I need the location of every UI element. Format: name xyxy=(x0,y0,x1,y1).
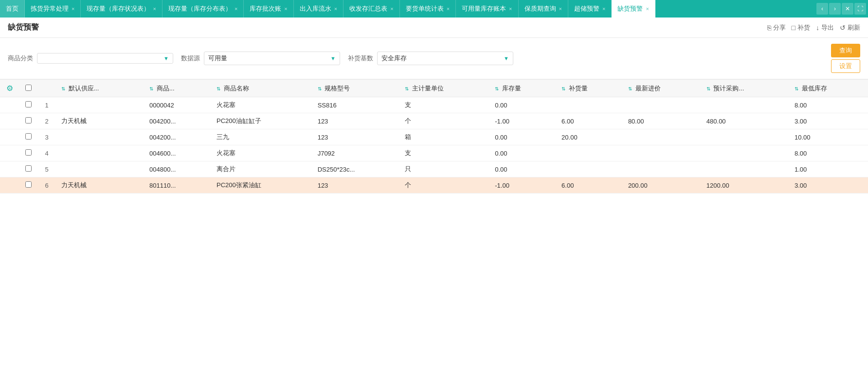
table-row: 5 004800... 离合片 DS250*23c... 只 0.00 1.00 xyxy=(0,161,868,177)
table-body: 1 0000042 火花塞 SS816 支 0.00 8.00 2 力天机械 0… xyxy=(0,97,868,194)
col-stock-label: 库存量 xyxy=(502,85,521,92)
tab-inventory-status-close[interactable]: × xyxy=(153,6,156,12)
replenish-basis-select[interactable]: 安全库存 ▼ xyxy=(377,52,513,65)
col-code-header[interactable]: ⇅ 商品... xyxy=(145,80,212,97)
tab-home[interactable]: 首页 xyxy=(0,0,25,18)
tab-inventory-status[interactable]: 现存量（库存状况表） × xyxy=(81,0,162,18)
tab-scroll-left[interactable]: ‹ xyxy=(816,3,828,15)
row-min-stock-2: 10.00 xyxy=(790,129,868,145)
replenish-button[interactable]: □ 补货 xyxy=(792,23,810,32)
row-select-checkbox-5[interactable] xyxy=(25,181,32,188)
tab-expiry-close[interactable]: × xyxy=(559,6,562,12)
tab-overstock-close[interactable]: × xyxy=(602,6,605,12)
tab-shortage-close[interactable]: × xyxy=(646,6,649,12)
share-button[interactable]: ⎘ 分享 xyxy=(767,23,786,32)
filter-actions: 查询 设置 xyxy=(831,44,860,73)
row-select-checkbox-4[interactable] xyxy=(25,165,32,172)
row-replenish-1: 6.00 xyxy=(557,113,623,129)
settings-gear-icon[interactable]: ⚙ xyxy=(6,84,13,92)
row-checkbox-2 xyxy=(19,129,37,145)
tab-expand[interactable]: ⛶ xyxy=(854,3,866,15)
col-min-stock-header[interactable]: ⇅ 最低库存 xyxy=(790,80,868,97)
row-index-2: 3 xyxy=(37,129,56,145)
col-name-header[interactable]: ⇅ 商品名称 xyxy=(212,80,313,97)
col-stock-header[interactable]: ⇅ 库存量 xyxy=(490,80,557,97)
tab-batch-close[interactable]: × xyxy=(284,6,287,12)
row-supplier-3 xyxy=(56,145,145,161)
settings-button[interactable]: 设置 xyxy=(831,59,860,73)
tab-inventory-status-label: 现存量（库存状况表） xyxy=(87,4,150,13)
col-spec-header[interactable]: ⇅ 规格型号 xyxy=(313,80,400,97)
row-replenish-2: 20.00 xyxy=(557,129,623,145)
sort-min-stock-icon: ⇅ xyxy=(795,86,798,91)
tab-overstock-label: 超储预警 xyxy=(574,4,599,13)
col-spec-label: 规格型号 xyxy=(325,85,350,92)
row-replenish-5: 6.00 xyxy=(557,177,623,194)
row-latest-price-1: 80.00 xyxy=(623,113,702,129)
category-select[interactable]: ▼ xyxy=(37,53,173,64)
replenish-basis-label: 补货基数 xyxy=(348,54,373,63)
export-button[interactable]: ↓ 导出 xyxy=(816,23,834,32)
table-row: 4 004600... 火花塞 J7092 支 0.00 8.00 xyxy=(0,145,868,161)
tab-abnormal[interactable]: 拣货异常处理 × xyxy=(25,0,81,18)
col-settings-header: ⚙ xyxy=(0,80,19,97)
tab-order-stat[interactable]: 要货单统计表 × xyxy=(400,0,456,18)
row-latest-price-0 xyxy=(623,97,702,113)
table-wrapper: ⚙ ⇅ 默认供应... ⇅ 商品... ⇅ xyxy=(0,79,868,194)
header-actions: ⎘ 分享 □ 补货 ↓ 导出 ↺ 刷新 xyxy=(767,23,860,32)
tab-abnormal-close[interactable]: × xyxy=(72,6,74,12)
row-stock-2: 0.00 xyxy=(490,129,557,145)
tab-collect[interactable]: 收发存汇总表 × xyxy=(344,0,399,18)
row-select-checkbox-0[interactable] xyxy=(25,101,32,107)
row-name-0: 火花塞 xyxy=(212,97,313,113)
tab-scroll-right[interactable]: › xyxy=(829,3,841,15)
tab-close-all[interactable]: ✕ xyxy=(842,3,853,15)
tab-inout-flow-close[interactable]: × xyxy=(334,6,337,12)
datasource-label: 数据源 xyxy=(181,54,200,63)
tab-inout-flow-label: 出入库流水 xyxy=(300,4,331,13)
tab-expiry[interactable]: 保质期查询 × xyxy=(519,0,568,18)
row-unit-5: 个 xyxy=(400,177,490,194)
share-icon: ⎘ xyxy=(767,24,771,32)
row-estimated-purchase-1: 480.00 xyxy=(702,113,790,129)
tab-shortage[interactable]: 缺货预警 × xyxy=(612,0,655,18)
datasource-select[interactable]: 可用量 ▼ xyxy=(204,52,340,65)
row-supplier-1: 力天机械 xyxy=(56,113,145,129)
refresh-button[interactable]: ↺ 刷新 xyxy=(840,23,860,32)
row-replenish-3 xyxy=(557,145,623,161)
row-min-stock-1: 3.00 xyxy=(790,113,868,129)
row-unit-0: 支 xyxy=(400,97,490,113)
tab-order-stat-close[interactable]: × xyxy=(447,6,450,12)
tab-available[interactable]: 可用量库存账本 × xyxy=(456,0,518,18)
row-unit-1: 个 xyxy=(400,113,490,129)
query-button[interactable]: 查询 xyxy=(831,44,860,57)
row-index-4: 5 xyxy=(37,161,56,177)
col-estimated-purchase-header[interactable]: ⇅ 预计采购... xyxy=(702,80,790,97)
col-supplier-header[interactable]: ⇅ 默认供应... xyxy=(56,80,145,97)
row-index-1: 2 xyxy=(37,113,56,129)
tab-inventory-dist-close[interactable]: × xyxy=(235,6,237,12)
row-estimated-purchase-2 xyxy=(702,129,790,145)
row-checkbox-3 xyxy=(19,145,37,161)
tab-home-label: 首页 xyxy=(6,4,18,13)
row-stock-4: 0.00 xyxy=(490,161,557,177)
tab-shortage-label: 缺货预警 xyxy=(617,4,643,13)
col-unit-header[interactable]: ⇅ 主计量单位 xyxy=(400,80,490,97)
tab-inout-flow[interactable]: 出入库流水 × xyxy=(294,0,344,18)
col-replenish-header[interactable]: ⇅ 补货量 xyxy=(557,80,623,97)
col-min-stock-label: 最低库存 xyxy=(802,85,827,92)
tab-inventory-dist[interactable]: 现存量（库存分布表） × xyxy=(163,0,244,18)
row-select-checkbox-2[interactable] xyxy=(25,133,32,140)
col-code-label: 商品... xyxy=(157,85,175,92)
row-select-checkbox-1[interactable] xyxy=(25,117,32,123)
page-content: 缺货预警 ⎘ 分享 □ 补货 ↓ 导出 ↺ 刷新 商品分类 xyxy=(0,18,868,387)
select-all-checkbox[interactable] xyxy=(25,85,32,91)
row-select-checkbox-3[interactable] xyxy=(25,149,32,156)
tab-available-close[interactable]: × xyxy=(509,6,512,12)
tab-collect-close[interactable]: × xyxy=(390,6,393,12)
row-code-1: 004200... xyxy=(145,113,212,129)
col-latest-price-header[interactable]: ⇅ 最新进价 xyxy=(623,80,702,97)
tab-batch[interactable]: 库存批次账 × xyxy=(244,0,293,18)
tab-overstock[interactable]: 超储预警 × xyxy=(568,0,612,18)
row-name-5: PC200张紧油缸 xyxy=(212,177,313,194)
